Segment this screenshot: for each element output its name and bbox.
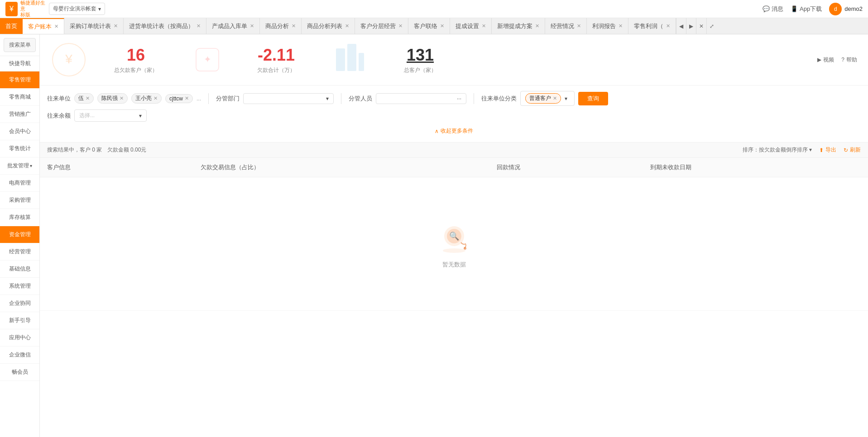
balance-select[interactable]: 选择... ▾ xyxy=(74,109,147,122)
chevron-down-icon: ▾ xyxy=(30,163,32,168)
sidebar-item-new-guide[interactable]: 新手引导 xyxy=(0,312,39,329)
filter-more-button[interactable]: ... xyxy=(197,95,201,102)
sidebar-item-vip[interactable]: 畅会员 xyxy=(0,364,39,381)
filter-tag-close-icon[interactable]: ✕ xyxy=(153,95,158,101)
download-icon: 📱 xyxy=(791,5,798,12)
tab-close-icon[interactable]: ✕ xyxy=(666,23,670,29)
unit-type-tag[interactable]: 普通客户 ✕ xyxy=(525,93,561,104)
tab-customer-capital[interactable]: 客户账本 ✕ xyxy=(23,18,64,34)
tab-close-icon[interactable]: ✕ xyxy=(54,24,58,29)
export-icon: ⬆ xyxy=(819,147,824,153)
tab-close-icon[interactable]: ✕ xyxy=(535,23,539,29)
tab-next-button[interactable]: ▶ xyxy=(686,18,696,34)
stat-total-clients: 131 总客户（家） xyxy=(386,46,455,74)
top-bar: ¥ 畅捷通好生意 标版 母婴行业演示帐套 ▾ 💬 消息 📱 App下载 d de… xyxy=(0,0,868,18)
tab-expand-button[interactable]: ⤢ xyxy=(706,18,717,34)
content-area: ¥ 16 总欠款客户（家） ✦ -2. xyxy=(40,34,868,437)
sidebar-item-marketing[interactable]: 营销推广 xyxy=(0,106,39,123)
unit-type-select[interactable]: 普通客户 ✕ ▾ xyxy=(520,91,575,106)
query-button[interactable]: 查询 xyxy=(578,92,608,105)
tab-customer-segment[interactable]: 客户分层经营 ✕ xyxy=(355,18,408,34)
filter-tag-chen[interactable]: 陈民强 ✕ xyxy=(97,93,128,104)
tab-profit-report[interactable]: 利润报告 ✕ xyxy=(587,18,628,34)
refresh-button[interactable]: ↻ 刷新 xyxy=(844,146,861,154)
tab-close-icon[interactable]: ✕ xyxy=(440,23,444,29)
tab-customer-contact[interactable]: 客户联络 ✕ xyxy=(408,18,450,34)
sidebar-item-member-center[interactable]: 会员中心 xyxy=(0,123,39,140)
sidebar-item-operations[interactable]: 经营管理 xyxy=(0,243,39,261)
sidebar-item-system[interactable]: 系统管理 xyxy=(0,278,39,295)
result-summary: 搜索结果中，客户 0 家 欠款金额 0.00元 xyxy=(47,146,146,154)
tab-close-icon[interactable]: ✕ xyxy=(345,23,349,29)
tab-new-promotion[interactable]: 新增提成方案 ✕ xyxy=(492,18,545,34)
sort-selector[interactable]: 排序：按欠款金额倒序排序 ▾ xyxy=(743,146,812,154)
quick-nav-button[interactable]: 快捷导航 xyxy=(0,56,39,71)
sidebar-item-capital[interactable]: 资金管理 xyxy=(0,226,39,243)
tab-incoming-stats[interactable]: 进货单统计表（按商品） ✕ xyxy=(124,18,206,34)
dept-select[interactable]: ▾ xyxy=(243,93,334,104)
filter-tag-wu[interactable]: 伍 ✕ xyxy=(74,93,94,104)
select-arrow-icon: ··· xyxy=(457,95,461,102)
sidebar-item-retail-stats[interactable]: 零售统计 xyxy=(0,140,39,157)
sidebar-item-wholesale[interactable]: 批发管理 ▾ xyxy=(0,157,39,175)
chevron-down-icon: ▾ xyxy=(98,6,101,12)
tab-promotion-settings[interactable]: 提成设置 ✕ xyxy=(450,18,492,34)
tab-close-all-button[interactable]: ✕ xyxy=(696,18,706,34)
search-menu-button[interactable]: 搜索菜单 xyxy=(4,38,36,52)
tab-goods-analysis[interactable]: 商品分析 ✕ xyxy=(260,18,302,34)
filter-divider-2 xyxy=(341,93,341,104)
dept-filter-label: 分管部门 xyxy=(216,95,240,103)
tab-prev-button[interactable]: ◀ xyxy=(676,18,686,34)
tab-close-icon[interactable]: ✕ xyxy=(197,23,201,29)
stat-debt-label: 欠款合计（万） xyxy=(257,66,295,74)
sidebar-item-enterprise[interactable]: 企业协同 xyxy=(0,295,39,312)
svg-text:✦: ✦ xyxy=(204,54,211,64)
person-select[interactable]: ··· xyxy=(376,93,466,104)
tab-close-icon[interactable]: ✕ xyxy=(292,23,296,29)
filter-tag-cjttcw[interactable]: cjttcw ✕ xyxy=(165,94,193,103)
tab-close-icon[interactable]: ✕ xyxy=(482,23,486,29)
tab-close-icon[interactable]: ✕ xyxy=(619,23,623,29)
filter-tag-close-icon[interactable]: ✕ xyxy=(553,95,557,101)
message-button[interactable]: 💬 消息 xyxy=(762,5,783,13)
empty-state: 🔍 暂无数据 xyxy=(47,183,861,305)
tab-retail-profit[interactable]: 零售利润（ ✕ xyxy=(628,18,676,34)
help-button[interactable]: ? 帮助 xyxy=(841,56,857,64)
tab-close-icon[interactable]: ✕ xyxy=(250,23,254,29)
filter-tag-close-icon[interactable]: ✕ xyxy=(86,95,90,101)
workspace-selector[interactable]: 母婴行业演示帐套 ▾ xyxy=(49,3,105,15)
tab-goods-analysis-list[interactable]: 商品分析列表 ✕ xyxy=(302,18,355,34)
sidebar-item-retail-management[interactable]: 零售管理 xyxy=(0,71,39,89)
sidebar-item-ecommerce[interactable]: 电商管理 xyxy=(0,175,39,192)
logo-area: ¥ 畅捷通好生意 标版 xyxy=(5,0,45,18)
sidebar-item-app-center[interactable]: 应用中心 xyxy=(0,329,39,347)
tab-close-icon[interactable]: ✕ xyxy=(398,23,403,29)
filter-tag-close-icon[interactable]: ✕ xyxy=(185,95,189,101)
sidebar-item-enterprise-wechat[interactable]: 企业微信 xyxy=(0,347,39,364)
tab-product-cost[interactable]: 产成品入库单 ✕ xyxy=(206,18,260,34)
stat-total-customers-value: 16 xyxy=(127,46,145,65)
logo-text: 畅捷通好生意 标版 xyxy=(20,0,45,18)
top-bar-right: 💬 消息 📱 App下载 d demo2 xyxy=(762,3,863,15)
tab-close-icon[interactable]: ✕ xyxy=(577,23,581,29)
filter-tag-close-icon[interactable]: ✕ xyxy=(120,95,124,101)
video-button[interactable]: ▶ 视频 xyxy=(817,56,834,64)
stat-total-customers-label: 总欠款客户（家） xyxy=(114,66,158,74)
sidebar-item-basic-info[interactable]: 基础信息 xyxy=(0,261,39,278)
sidebar-item-retail-mall[interactable]: 零售商城 xyxy=(0,89,39,106)
stats-bar-actions: ▶ 视频 ? 帮助 xyxy=(817,56,857,64)
export-button[interactable]: ⬆ 导出 xyxy=(819,146,836,154)
sidebar-item-purchase[interactable]: 采购管理 xyxy=(0,192,39,209)
tab-home[interactable]: 首页 xyxy=(0,18,23,34)
app-download-button[interactable]: 📱 App下载 xyxy=(791,5,822,13)
filter-tag-wang[interactable]: 王小亮 ✕ xyxy=(131,93,162,104)
col-overdue-date: 到期未收款日期 xyxy=(643,158,868,177)
tab-close-icon[interactable]: ✕ xyxy=(114,23,118,29)
tab-operations[interactable]: 经营情况 ✕ xyxy=(545,18,587,34)
select-arrow-icon: ▾ xyxy=(139,113,142,119)
tab-purchase-order[interactable]: 采购订单统计表 ✕ xyxy=(64,18,124,34)
user-area[interactable]: d demo2 xyxy=(829,3,863,15)
sidebar-item-inventory[interactable]: 库存核算 xyxy=(0,209,39,226)
collapse-filter-button[interactable]: ∧ 收起更多条件 xyxy=(47,125,861,137)
unit-type-filter-label: 往来单位分类 xyxy=(481,95,517,103)
